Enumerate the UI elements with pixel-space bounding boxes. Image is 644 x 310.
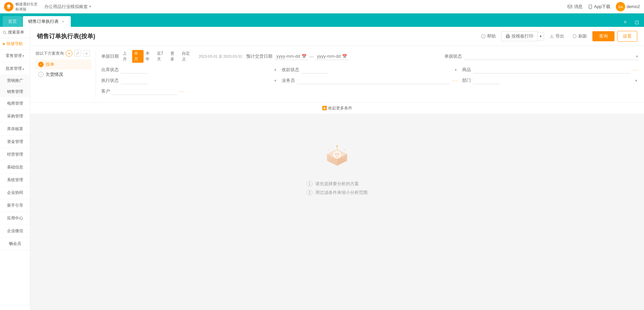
edit-scheme-button[interactable] xyxy=(74,50,81,57)
delivery-status-select[interactable] xyxy=(121,66,148,73)
scheme-selector: 按以下方案查询 + « ✓ 按单 xyxy=(36,50,96,98)
expected-date-to-wrapper: 📅 xyxy=(315,53,348,60)
date-tab-this-year[interactable]: 本年 xyxy=(144,50,155,63)
settings-button[interactable]: 设置 xyxy=(617,31,637,42)
salesperson-more-icon[interactable]: ··· xyxy=(452,78,458,83)
phone-icon xyxy=(588,4,593,9)
filter-group-goods: 商品 ··· xyxy=(462,66,639,73)
goods-input[interactable] xyxy=(473,66,631,73)
collapse-scheme-button[interactable]: « xyxy=(83,50,90,57)
customer-label: 客户 xyxy=(101,88,110,94)
sidebar-item-sales[interactable]: 销售管理 xyxy=(0,86,30,97)
goods-label: 商品 xyxy=(462,67,471,73)
filter-group-department: 部门 xyxy=(462,77,639,84)
sidebar-item-ecommerce[interactable]: 电商管理 xyxy=(0,97,30,110)
date-tab-this-month[interactable]: 本月 xyxy=(132,50,144,63)
scheme-by-order[interactable]: ✓ 按单 xyxy=(36,59,92,69)
top-header: 畅捷通好生意 标准版 办公用品行业模拟账套 ▾ 消息 App下载 Ea xyxy=(0,0,644,13)
delivery-select-wrapper xyxy=(121,66,278,73)
add-scheme-button[interactable]: + xyxy=(66,50,72,57)
sidebar-item-enterprise[interactable]: 企业协同 xyxy=(0,187,30,199)
avatar: Ea xyxy=(616,2,625,11)
breadcrumb-text: 办公用品行业模拟账套 xyxy=(44,4,88,10)
date-tab-custom[interactable]: 自定义 xyxy=(180,50,195,63)
tab-close-icon[interactable]: × xyxy=(61,19,65,24)
tab-minimize-button[interactable]: × xyxy=(621,17,630,27)
filter-group-delivery: 出库状态 xyxy=(101,66,278,73)
tab-sales-order[interactable]: 销售订单执行表 × xyxy=(23,16,71,27)
app-download-button[interactable]: App下载 xyxy=(588,4,610,10)
content-area: 销售订单执行表(按单) ? 帮助 xyxy=(30,27,644,310)
breadcrumb-arrow-icon: ▾ xyxy=(89,4,91,9)
sidebar-item-system[interactable]: 系统管理 xyxy=(0,174,30,187)
chevron-up-icon: ▴ xyxy=(22,67,24,70)
refresh-button[interactable]: 刷新 xyxy=(570,32,590,41)
goods-more-icon[interactable]: ··· xyxy=(633,67,639,72)
tab-maximize-button[interactable]: ⊡ xyxy=(632,17,641,27)
search-menu-item[interactable]: 搜索菜单 xyxy=(0,27,30,38)
expected-date-to[interactable] xyxy=(315,53,348,60)
date-tab-more[interactable]: 更多 xyxy=(168,50,180,63)
department-select[interactable] xyxy=(473,77,500,84)
date-tab-last-month[interactable]: 上月 xyxy=(121,50,132,63)
filter-panel-inner: 按以下方案查询 + « ✓ 按单 xyxy=(30,46,644,102)
expected-date-label: 预计交货日期 xyxy=(246,53,272,59)
sidebar-item-wholesale[interactable]: 批发管理 ▴ xyxy=(0,62,30,75)
export-icon xyxy=(549,34,554,39)
sidebar-item-purchase[interactable]: 采购管理 xyxy=(0,110,30,123)
print-dropdown-button[interactable]: ▾ xyxy=(538,32,544,41)
sidebar-item-finance[interactable]: 资金管理 xyxy=(0,136,30,148)
search-button[interactable]: 查询 xyxy=(592,31,614,41)
scheme-actions: + « xyxy=(66,50,90,57)
filter-row-1: 单据日期 上月 本月 本年 近7天 更多 自定义 2023-03-01 至 20… xyxy=(101,50,639,63)
breadcrumb[interactable]: 办公用品行业模拟账套 ▾ xyxy=(44,4,91,10)
date-filter-tabs: 上月 本月 本年 近7天 更多 自定义 xyxy=(121,50,195,63)
department-select-wrapper xyxy=(473,77,639,84)
empty-steps-list: 1 请先选择要分析的方案 2 用过滤条件来缩小分析范围 xyxy=(307,181,368,198)
svg-rect-16 xyxy=(335,153,337,155)
help-button[interactable]: ? 帮助 xyxy=(478,32,498,41)
sidebar-item-operations[interactable]: 经营管理 xyxy=(0,148,30,161)
scheme-by-debt[interactable]: ○ 欠货情况 xyxy=(36,69,92,80)
sidebar-item-basics[interactable]: 基础信息 xyxy=(0,161,30,174)
filter-group-order-status: 单据状态 ▾ xyxy=(444,53,639,60)
empty-illustration: ✦ ✦ xyxy=(320,141,354,174)
customer-more-icon[interactable]: ··· xyxy=(179,89,185,94)
print-button[interactable]: 按模板打印 xyxy=(501,31,538,41)
sidebar-item-apps[interactable]: 应用中心 xyxy=(0,212,30,225)
user-profile[interactable]: Ea demo2 xyxy=(616,2,640,11)
sidebar-item-wechat[interactable]: 企业微信 xyxy=(0,225,30,238)
sidebar-item-newbie[interactable]: 新手引导 xyxy=(0,199,30,212)
expected-date-from[interactable] xyxy=(274,53,308,60)
message-icon xyxy=(567,4,573,9)
quick-nav-item[interactable]: ★ 快捷导航 xyxy=(0,38,30,50)
svg-rect-17 xyxy=(337,153,339,155)
scheme-active-icon: ✓ xyxy=(38,62,44,67)
sidebar-item-retail[interactable]: 零售管理 ▾ xyxy=(0,50,30,62)
filter-panel: 按以下方案查询 + « ✓ 按单 xyxy=(30,46,644,114)
tab-home[interactable]: 首页 xyxy=(3,16,22,27)
svg-rect-1 xyxy=(568,5,572,8)
salesperson-input[interactable] xyxy=(297,77,450,84)
order-status-input[interactable] xyxy=(464,53,639,60)
execution-status-label: 执行状态 xyxy=(101,78,119,84)
payment-status-label: 收款状态 xyxy=(282,67,299,73)
order-status-chevron-icon: ▾ xyxy=(636,54,638,59)
edit-icon xyxy=(76,52,79,55)
export-button[interactable]: 导出 xyxy=(547,32,567,41)
customer-input[interactable] xyxy=(112,88,177,95)
sidebar-item-inventory[interactable]: 库存核算 xyxy=(0,123,30,136)
svg-point-15 xyxy=(333,151,341,159)
sidebar-item-vip[interactable]: 畅会员 xyxy=(0,238,30,250)
page-header: 销售订单执行表(按单) ? 帮助 xyxy=(30,27,644,46)
collapse-icon: 🔼 xyxy=(322,106,327,110)
execution-status-select[interactable] xyxy=(121,77,148,84)
sidebar-item-marketing[interactable]: 营销推广 xyxy=(0,75,30,86)
collapse-bar[interactable]: 🔼 收起更多条件 xyxy=(30,102,644,114)
logo-area: 畅捷通好生意 标准版 xyxy=(4,2,38,11)
payment-status-select[interactable] xyxy=(301,66,328,73)
date-tab-last7days[interactable]: 近7天 xyxy=(155,50,168,63)
message-button[interactable]: 消息 xyxy=(567,4,583,10)
delivery-status-label: 出库状态 xyxy=(101,67,119,73)
empty-step-2: 2 用过滤条件来缩小分析范围 xyxy=(307,190,368,196)
